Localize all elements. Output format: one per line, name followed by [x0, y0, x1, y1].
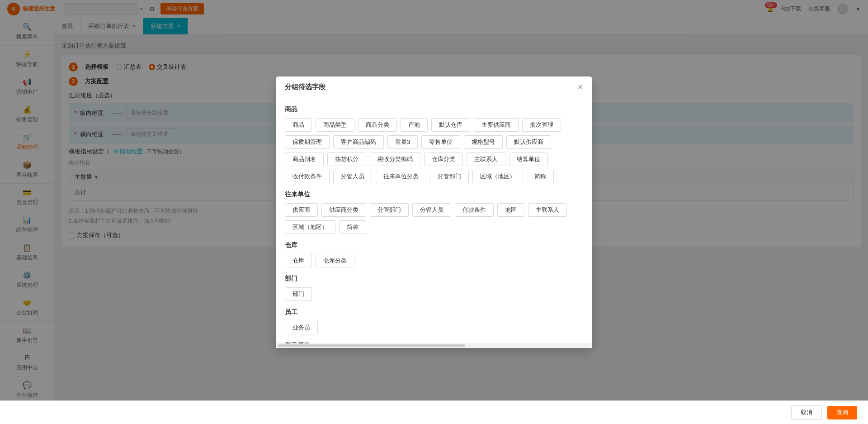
section-partner-title: 往来单位: [285, 191, 583, 199]
modal-title: 分组待选字段: [285, 83, 326, 91]
modal-header: 分组待选字段 ✕: [276, 76, 592, 98]
chip-goods-4[interactable]: 默认仓库: [431, 118, 470, 132]
chip-goods-7[interactable]: 保质期管理: [285, 135, 330, 149]
chip-goods-2[interactable]: 商品分类: [358, 118, 397, 132]
chip-partner-3[interactable]: 分管人员: [412, 203, 451, 217]
modal-overlay: 分组待选字段 ✕ 商品 商品 商品类型 商品分类 产地 默认仓库 主要供应商 批…: [0, 0, 868, 424]
chip-goods-16[interactable]: 仓库分类: [424, 152, 463, 166]
chip-goods-18[interactable]: 结算单位: [509, 152, 548, 166]
chip-goods-8[interactable]: 客户商品编码: [333, 135, 384, 149]
section-goods-title: 商品: [285, 105, 583, 114]
chip-partner-8[interactable]: 简称: [339, 220, 366, 234]
chip-goods-11[interactable]: 规格型号: [464, 135, 503, 149]
chip-department-0[interactable]: 部门: [285, 287, 312, 301]
chip-warehouse-1[interactable]: 仓库分类: [316, 254, 354, 267]
chip-goods-5[interactable]: 主要供应商: [474, 118, 519, 132]
chip-goods-23[interactable]: 区域（地区）: [472, 170, 523, 183]
section-employee-chips: 业务员: [285, 321, 583, 334]
chip-goods-13[interactable]: 商品别名: [285, 152, 324, 166]
modal-close-icon[interactable]: ✕: [577, 83, 583, 91]
chip-partner-0[interactable]: 供应商: [285, 203, 318, 217]
scrollbar-thumb-h: [278, 344, 465, 347]
section-department-title: 部门: [285, 275, 583, 283]
section-employee-title: 员工: [285, 308, 583, 316]
scrollbar-track-h: [278, 344, 590, 347]
chip-goods-14[interactable]: 拣货积分: [327, 152, 366, 166]
chip-goods-10[interactable]: 零售单位: [421, 135, 460, 149]
section-department: 部门 部门: [285, 275, 583, 301]
chip-partner-4[interactable]: 付款条件: [455, 203, 494, 217]
section-department-chips: 部门: [285, 287, 583, 301]
chip-goods-1[interactable]: 商品类型: [316, 118, 354, 132]
modal-body[interactable]: 商品 商品 商品类型 商品分类 产地 默认仓库 主要供应商 批次管理 保质期管理…: [276, 98, 592, 343]
chip-goods-24[interactable]: 简称: [527, 170, 554, 183]
chip-goods-12[interactable]: 默认供应商: [506, 135, 551, 149]
chip-partner-7[interactable]: 区域（地区）: [285, 220, 335, 234]
chip-goods-22[interactable]: 分管部门: [430, 170, 469, 183]
confirm-button[interactable]: 查询: [827, 406, 857, 419]
chip-goods-21[interactable]: 往来单位分类: [376, 170, 426, 183]
cancel-button[interactable]: 取消: [791, 405, 822, 420]
section-partner-chips: 供应商 供应商分类 分管部门 分管人员 付款条件 地区 主联系人 区域（地区） …: [285, 203, 583, 234]
section-warehouse-title: 仓库: [285, 241, 583, 249]
chip-partner-1[interactable]: 供应商分类: [321, 203, 366, 217]
chip-goods-15[interactable]: 税收分类编码: [370, 152, 420, 166]
chip-partner-5[interactable]: 地区: [497, 203, 524, 217]
section-goods-chips: 商品 商品类型 商品分类 产地 默认仓库 主要供应商 批次管理 保质期管理 客户…: [285, 118, 583, 183]
chip-goods-17[interactable]: 主联系人: [467, 152, 505, 166]
section-employee: 员工 业务员: [285, 308, 583, 334]
chip-goods-6[interactable]: 批次管理: [522, 118, 561, 132]
section-warehouse-chips: 仓库 仓库分类: [285, 254, 583, 267]
chip-goods-19[interactable]: 收付款条件: [285, 170, 330, 183]
chip-partner-2[interactable]: 分管部门: [370, 203, 409, 217]
modal: 分组待选字段 ✕ 商品 商品 商品类型 商品分类 产地 默认仓库 主要供应商 批…: [276, 76, 592, 348]
bottom-action-bar: 取消 查询: [0, 400, 868, 424]
chip-goods-9[interactable]: 重量3: [387, 135, 418, 149]
chip-goods-3[interactable]: 产地: [401, 118, 428, 132]
chip-partner-6[interactable]: 主联系人: [528, 203, 567, 217]
chip-goods-20[interactable]: 分管人员: [333, 170, 372, 183]
section-partner: 往来单位 供应商 供应商分类 分管部门 分管人员 付款条件 地区 主联系人 区域…: [285, 191, 583, 234]
section-warehouse: 仓库 仓库 仓库分类: [285, 241, 583, 267]
chip-employee-0[interactable]: 业务员: [285, 321, 318, 334]
section-goods: 商品 商品 商品类型 商品分类 产地 默认仓库 主要供应商 批次管理 保质期管理…: [285, 105, 583, 183]
chip-warehouse-0[interactable]: 仓库: [285, 254, 312, 267]
modal-scrollbar-h[interactable]: [276, 343, 592, 348]
chip-goods-0[interactable]: 商品: [285, 118, 312, 132]
